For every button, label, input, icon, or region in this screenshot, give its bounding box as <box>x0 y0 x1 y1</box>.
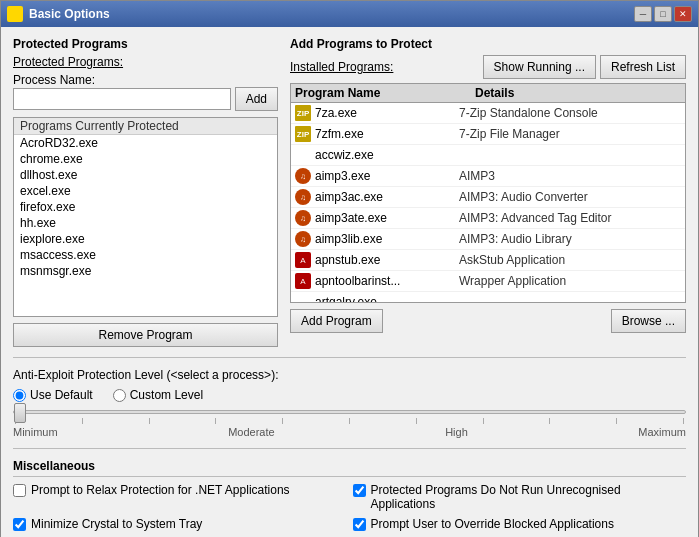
installed-program-row[interactable]: ♫ aimp3ac.exe AIMP3: Audio Converter <box>291 187 685 208</box>
protected-program-item[interactable]: excel.exe <box>14 183 277 199</box>
installed-program-row[interactable]: accwiz.exe <box>291 145 685 166</box>
misc-section: Miscellaneous Prompt to Relax Protection… <box>13 459 686 531</box>
installed-program-row[interactable]: ♫ aimp3.exe AIMP3 <box>291 166 685 187</box>
misc-checkbox-0[interactable] <box>13 484 26 497</box>
tick-5 <box>282 418 283 424</box>
prog-details-cell: AIMP3: Advanced Tag Editor <box>459 211 681 225</box>
minimize-button[interactable]: ─ <box>634 6 652 22</box>
process-row: Add <box>13 87 278 111</box>
protected-program-item[interactable]: AcroRD32.exe <box>14 135 277 151</box>
left-panel: Protected Programs Protected Programs: P… <box>13 37 278 347</box>
browse-button[interactable]: Browse ... <box>611 309 686 333</box>
installed-program-row[interactable]: ♫ aimp3lib.exe AIMP3: Audio Library <box>291 229 685 250</box>
title-bar-controls: ─ □ ✕ <box>634 6 692 22</box>
tick-10 <box>616 418 617 424</box>
add-button[interactable]: Add <box>235 87 278 111</box>
show-running-button[interactable]: Show Running ... <box>483 55 596 79</box>
misc-checkbox-label-0[interactable]: Prompt to Relax Protection for .NET Appl… <box>13 483 347 511</box>
slider-label-high: High <box>445 426 468 438</box>
apn-icon: A <box>295 273 311 289</box>
protected-program-item[interactable]: msaccess.exe <box>14 247 277 263</box>
aimp-icon: ♫ <box>295 189 311 205</box>
custom-level-radio[interactable] <box>113 389 126 402</box>
slider-ticks <box>13 418 686 424</box>
protected-programs-section-label: Protected Programs <box>13 37 278 51</box>
misc-checkbox-label-3[interactable]: Prompt User to Override Blocked Applicat… <box>353 517 687 531</box>
refresh-list-button[interactable]: Refresh List <box>600 55 686 79</box>
prog-name: accwiz.exe <box>315 148 374 162</box>
misc-checkbox-2[interactable] <box>13 518 26 531</box>
process-name-label: Process Name: <box>13 73 278 87</box>
prog-details-cell: AskStub Application <box>459 253 681 267</box>
protected-programs-list[interactable]: Programs Currently ProtectedAcroRD32.exe… <box>13 117 278 317</box>
right-panel: Add Programs to Protect Installed Progra… <box>290 37 686 347</box>
main-content: Protected Programs Protected Programs: P… <box>1 27 698 537</box>
add-program-button[interactable]: Add Program <box>290 309 383 333</box>
prog-details-cell: AIMP3: Audio Converter <box>459 190 681 204</box>
process-name-input[interactable] <box>13 88 231 110</box>
prog-name: aimp3ate.exe <box>315 211 387 225</box>
main-layout: Protected Programs Protected Programs: P… <box>13 37 686 347</box>
installed-program-row[interactable]: ZIP 7za.exe 7-Zip Standalone Console <box>291 103 685 124</box>
list-header-item: Programs Currently Protected <box>14 118 277 135</box>
prog-name-cell: ZIP 7zfm.exe <box>295 126 459 142</box>
remove-program-button[interactable]: Remove Program <box>13 323 278 347</box>
title-bar-title: Basic Options <box>7 6 110 22</box>
prog-name: aimp3.exe <box>315 169 370 183</box>
use-default-label: Use Default <box>30 388 93 402</box>
remove-btn-row: Remove Program <box>13 323 278 347</box>
close-button[interactable]: ✕ <box>674 6 692 22</box>
window-icon <box>7 6 23 22</box>
protected-programs-label: Protected Programs: <box>13 55 278 69</box>
slider-container: Minimum Moderate High Maximum <box>13 410 686 438</box>
tick-9 <box>549 418 550 424</box>
separator-2 <box>13 448 686 449</box>
tick-7 <box>416 418 417 424</box>
custom-level-label: Custom Level <box>130 388 203 402</box>
prog-details-cell: Wrapper Application <box>459 274 681 288</box>
main-window: Basic Options ─ □ ✕ Protected Programs P… <box>0 0 699 537</box>
installed-program-row[interactable]: artgalry.exe <box>291 292 685 303</box>
misc-checkbox-3[interactable] <box>353 518 366 531</box>
installed-programs-list[interactable]: Program Name Details ZIP 7za.exe 7-Zip S… <box>290 83 686 303</box>
custom-level-radio-label[interactable]: Custom Level <box>113 388 203 402</box>
misc-checkbox-text-2: Minimize Crystal to System Tray <box>31 517 202 531</box>
maximize-button[interactable]: □ <box>654 6 672 22</box>
protected-program-item[interactable]: chrome.exe <box>14 151 277 167</box>
protected-program-item[interactable]: iexplore.exe <box>14 231 277 247</box>
prog-name-cell: A apntoolbarinst... <box>295 273 459 289</box>
use-default-radio-label[interactable]: Use Default <box>13 388 93 402</box>
misc-checkbox-1[interactable] <box>353 484 366 497</box>
misc-grid: Prompt to Relax Protection for .NET Appl… <box>13 483 686 531</box>
prog-details-cell: 7-Zip Standalone Console <box>459 106 681 120</box>
installed-program-row[interactable]: A apnstub.exe AskStub Application <box>291 250 685 271</box>
protected-program-item[interactable]: hh.exe <box>14 215 277 231</box>
misc-checkbox-label-2[interactable]: Minimize Crystal to System Tray <box>13 517 347 531</box>
installed-program-row[interactable]: ♫ aimp3ate.exe AIMP3: Advanced Tag Edito… <box>291 208 685 229</box>
misc-title: Miscellaneous <box>13 459 686 477</box>
prog-name: 7zfm.exe <box>315 127 364 141</box>
prog-name: 7za.exe <box>315 106 357 120</box>
prog-name: apnstub.exe <box>315 253 380 267</box>
slider-label-mod: Moderate <box>228 426 274 438</box>
tick-6 <box>349 418 350 424</box>
anti-exploit-title: Anti-Exploit Protection Level (<select a… <box>13 368 686 382</box>
slider-label-max: Maximum <box>638 426 686 438</box>
prog-details-cell: 7-Zip File Manager <box>459 127 681 141</box>
prog-name-cell: ♫ aimp3ac.exe <box>295 189 459 205</box>
window-title: Basic Options <box>29 7 110 21</box>
installed-program-row[interactable]: ZIP 7zfm.exe 7-Zip File Manager <box>291 124 685 145</box>
installed-program-row[interactable]: A apntoolbarinst... Wrapper Application <box>291 271 685 292</box>
tick-8 <box>483 418 484 424</box>
protected-program-item[interactable]: firefox.exe <box>14 199 277 215</box>
slider-label-min: Minimum <box>13 426 58 438</box>
slider-thumb[interactable] <box>14 403 26 423</box>
blank-icon <box>295 294 311 303</box>
prog-name: apntoolbarinst... <box>315 274 400 288</box>
programs-list-header: Program Name Details <box>291 84 685 103</box>
protected-program-item[interactable]: msnmsgr.exe <box>14 263 277 279</box>
protected-program-item[interactable]: dllhost.exe <box>14 167 277 183</box>
use-default-radio[interactable] <box>13 389 26 402</box>
prog-details-cell: AIMP3 <box>459 169 681 183</box>
misc-checkbox-label-1[interactable]: Protected Programs Do Not Run Unrecognis… <box>353 483 687 511</box>
